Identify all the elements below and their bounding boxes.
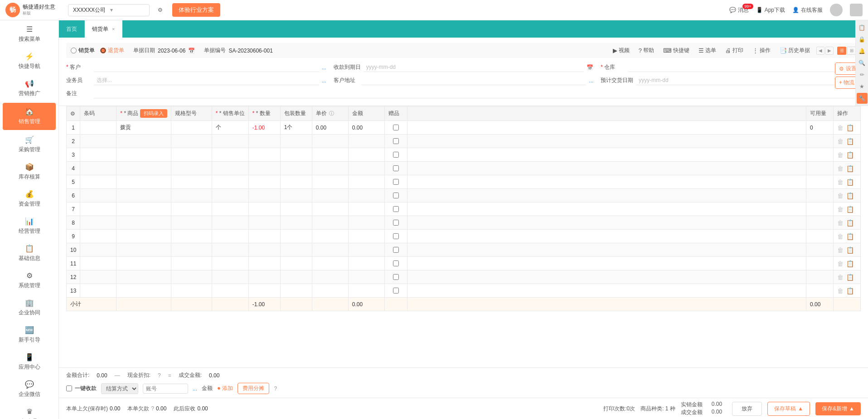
sidebar-item-enterprise[interactable]: 🏢 企业协同: [0, 294, 58, 321]
delete-row-btn[interactable]: 🗑: [837, 124, 844, 131]
cell-barcode[interactable]: [80, 148, 116, 162]
cell-qty[interactable]: [248, 230, 280, 243]
cell-packqty[interactable]: [280, 243, 312, 257]
cell-packqty[interactable]: [280, 257, 312, 270]
cell-qty[interactable]: [248, 284, 280, 298]
next-arrow[interactable]: ▶: [825, 47, 834, 55]
delete-row-btn[interactable]: 🗑: [837, 274, 844, 281]
app-download-btn[interactable]: 📱 App下载: [756, 6, 785, 14]
cell-product[interactable]: [116, 148, 171, 162]
cell-packqty[interactable]: [280, 230, 312, 243]
delete-row-btn[interactable]: 🗑: [837, 165, 844, 172]
cell-price[interactable]: [312, 162, 348, 175]
tab-sales-order[interactable]: 销货单 ×: [85, 20, 122, 38]
date-calendar-icon[interactable]: 📅: [188, 48, 195, 54]
sidebar-item-system[interactable]: ⚙ 系统管理: [0, 267, 58, 294]
cell-packqty[interactable]: 1个: [280, 121, 312, 135]
cell-packqty[interactable]: [280, 284, 312, 298]
cell-amount[interactable]: [348, 230, 384, 243]
salesperson-input[interactable]: [94, 76, 319, 85]
cell-unit[interactable]: [212, 135, 248, 148]
cell-product[interactable]: [116, 162, 171, 175]
copy-row-btn[interactable]: 📋: [846, 151, 854, 159]
cell-amount[interactable]: [348, 135, 384, 148]
cell-spec[interactable]: [171, 175, 212, 189]
user-menu[interactable]: [850, 4, 863, 16]
prev-arrow[interactable]: ◀: [816, 47, 824, 55]
right-panel-btn-5[interactable]: ✏: [857, 69, 868, 80]
sidebar-item-search[interactable]: ☰ 搜索菜单: [0, 20, 58, 48]
gift-checkbox[interactable]: [393, 220, 399, 226]
gift-checkbox[interactable]: [393, 165, 399, 171]
grid-view-btn[interactable]: ⊞: [847, 47, 856, 55]
return-order-radio[interactable]: 退货单: [100, 47, 124, 54]
tab-close-icon[interactable]: ×: [112, 26, 115, 32]
cell-gift[interactable]: [384, 175, 407, 189]
cell-qty[interactable]: [248, 148, 280, 162]
cell-barcode[interactable]: [80, 270, 116, 284]
cell-qty[interactable]: [248, 189, 280, 202]
delete-row-btn[interactable]: 🗑: [837, 192, 844, 199]
sidebar-item-basic-info[interactable]: 📋 基础信息: [0, 240, 58, 267]
cell-qty[interactable]: [248, 270, 280, 284]
right-panel-btn-6[interactable]: ★: [857, 81, 868, 92]
gift-checkbox[interactable]: [393, 152, 399, 158]
cell-amount[interactable]: [348, 189, 384, 202]
cell-barcode[interactable]: [80, 175, 116, 189]
cell-unit[interactable]: [212, 175, 248, 189]
abandon-button[interactable]: 放弃: [732, 402, 762, 416]
cell-barcode[interactable]: [80, 257, 116, 270]
sidebar-item-quick-nav[interactable]: ⚡ 快捷导航: [0, 48, 58, 75]
cell-packqty[interactable]: [280, 162, 312, 175]
cell-gift[interactable]: [384, 135, 407, 148]
cell-amount[interactable]: [348, 216, 384, 230]
cell-price[interactable]: [312, 270, 348, 284]
salesperson-more-btn[interactable]: ...: [322, 77, 326, 84]
cell-price[interactable]: [312, 216, 348, 230]
cell-packqty[interactable]: [280, 148, 312, 162]
cell-spec[interactable]: [171, 202, 212, 216]
cell-product[interactable]: [116, 189, 171, 202]
cell-amount[interactable]: [348, 202, 384, 216]
message-btn[interactable]: 💬 消息 99+: [729, 6, 749, 14]
cell-gift[interactable]: [384, 216, 407, 230]
gift-checkbox[interactable]: [393, 138, 399, 144]
cell-price[interactable]: [312, 243, 348, 257]
cell-unit[interactable]: [212, 148, 248, 162]
col-gear[interactable]: ⚙: [67, 106, 80, 121]
one-click-pay-checkbox[interactable]: [66, 385, 72, 391]
cell-qty[interactable]: -1.00: [248, 121, 280, 135]
cell-qty[interactable]: [248, 162, 280, 175]
company-selector[interactable]: XXXXXX公司 ▾: [68, 4, 150, 16]
delete-row-btn[interactable]: 🗑: [837, 206, 844, 213]
right-panel-btn-1[interactable]: 📋: [857, 22, 868, 33]
cell-spec[interactable]: [171, 216, 212, 230]
cell-amount[interactable]: [348, 284, 384, 298]
sidebar-item-operation[interactable]: 📊 经营管理: [0, 212, 58, 240]
shortcut-btn[interactable]: ⌨ 快捷键: [660, 46, 692, 55]
cell-spec[interactable]: [171, 135, 212, 148]
cell-price[interactable]: [312, 284, 348, 298]
video-btn[interactable]: ▶ 视频: [610, 46, 632, 55]
cell-product[interactable]: [116, 243, 171, 257]
right-panel-btn-3[interactable]: 🔔: [857, 46, 868, 57]
cell-barcode[interactable]: [80, 162, 116, 175]
cell-unit[interactable]: 个: [212, 121, 248, 135]
delete-row-btn[interactable]: 🗑: [837, 260, 844, 267]
copy-row-btn[interactable]: 📋: [846, 124, 854, 131]
cell-gift[interactable]: [384, 189, 407, 202]
cell-product[interactable]: 拨贡: [116, 121, 171, 135]
cell-qty[interactable]: [248, 135, 280, 148]
cell-barcode[interactable]: [80, 189, 116, 202]
history-btn[interactable]: 📑 历史单据: [777, 46, 813, 55]
cell-product[interactable]: [116, 135, 171, 148]
cell-gift[interactable]: [384, 243, 407, 257]
cell-gift[interactable]: [384, 148, 407, 162]
help-btn[interactable]: ? 帮助: [636, 46, 657, 55]
cell-qty[interactable]: [248, 257, 280, 270]
receipt-date-input[interactable]: [364, 63, 584, 72]
cell-spec[interactable]: [171, 148, 212, 162]
cell-packqty[interactable]: [280, 216, 312, 230]
customer-address-input[interactable]: [361, 76, 587, 85]
price-info-icon[interactable]: ⓘ: [329, 111, 334, 116]
